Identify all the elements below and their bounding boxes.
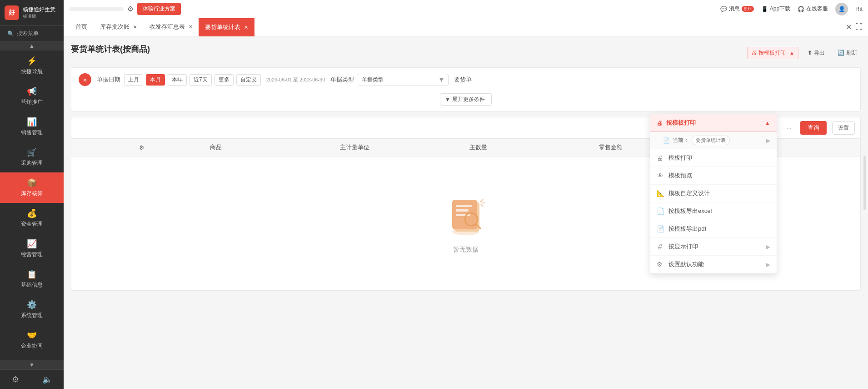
col-unit: 主计量单位 — [336, 143, 466, 152]
tab-order-stats[interactable]: 要货单统计表 × — [199, 18, 254, 36]
topbar-search[interactable] — [69, 7, 124, 11]
sidebar-item-finance[interactable]: 💰 资金管理 — [0, 203, 64, 233]
sales-icon: 📊 — [27, 117, 37, 127]
sidebar-item-sales[interactable]: 📊 销售管理 — [0, 111, 64, 142]
window-buttons: ✕ ⛶ — [846, 23, 863, 31]
date-btn-last-7days[interactable]: 近7天 — [190, 74, 212, 86]
refresh-icon: 🔄 — [838, 50, 844, 56]
empty-text: 暂无数据 — [453, 246, 479, 254]
window-close-btn[interactable]: ✕ — [846, 23, 852, 31]
export-btn[interactable]: ⬆ 导出 — [804, 47, 828, 59]
sidebar-bottom: ⚙ 🔈 — [0, 369, 64, 389]
date-range-text: 2023-06-01 至 2023-06-30 — [266, 76, 325, 83]
print-dropdown-icon: 🖨 — [657, 120, 663, 126]
settings-button[interactable]: 设置 — [832, 121, 855, 135]
sidebar-item-label: 采购管理 — [21, 159, 43, 167]
sidebar-item-marketing[interactable]: 📢 营销推广 — [0, 81, 64, 111]
app-download-label: App下载 — [770, 5, 790, 13]
date-filter-label: 单据日期 — [97, 76, 120, 84]
sidebar-item-quick-nav[interactable]: ⚡ 快捷导航 — [0, 51, 64, 81]
sidebar-settings-btn[interactable]: ⚙ — [12, 374, 19, 384]
dropdown-item-template-preview[interactable]: 👁 模板预览 — [650, 167, 777, 185]
online-service-item[interactable]: 🎧 在线客服 — [798, 5, 828, 13]
date-btn-custom[interactable]: 自定义 — [236, 74, 261, 86]
dropdown-item-export-excel[interactable]: 📄 按模板导出excel — [650, 202, 777, 220]
sidebar-sound-btn[interactable]: 🔈 — [42, 374, 52, 384]
more-options-btn[interactable]: ··· — [783, 123, 795, 133]
basics-icon: 📋 — [27, 269, 37, 279]
main-content: ⚙ 体验行业方案 💬 消息 99+ 📱 App下载 🎧 在线客服 👤 Rit — [64, 0, 868, 389]
sidebar-item-basics[interactable]: 📋 基础信息 — [0, 264, 64, 294]
tab-batch-account[interactable]: 库存批次账 × — [94, 18, 143, 36]
app-download-item[interactable]: 📱 App下载 — [761, 5, 790, 13]
dropdown-item-template-print[interactable]: 🖨 模板打印 — [650, 149, 777, 167]
svg-rect-4 — [456, 209, 469, 212]
date-btn-last-month[interactable]: 上月 — [124, 74, 143, 86]
user-name[interactable]: Rit — [855, 5, 863, 12]
message-badge: 99+ — [742, 6, 754, 12]
date-btn-this-year[interactable]: 本年 — [168, 74, 187, 86]
expand-more-btn[interactable]: ▼ 展开更多条件 — [440, 93, 492, 106]
dropdown-item-export-pdf[interactable]: 📄 按模板导出pdf — [650, 220, 777, 238]
tab-receipt-summary-close[interactable]: × — [189, 23, 192, 30]
query-button[interactable]: 查询 — [800, 121, 827, 135]
message-item[interactable]: 💬 消息 99+ — [720, 5, 754, 13]
arrow-right-icon: ▶ — [766, 243, 770, 250]
tab-batch-account-close[interactable]: × — [133, 23, 137, 30]
empty-icon — [443, 193, 489, 238]
dropdown-item-display-print[interactable]: 🖨 按显示打印 ▶ — [650, 238, 777, 256]
export-icon: ⬆ — [808, 50, 812, 56]
tab-receipt-summary[interactable]: 收发存汇总表 × — [143, 18, 199, 36]
settings-default-icon: ⚙ — [657, 261, 665, 268]
tab-receipt-summary-label: 收发存汇总表 — [150, 23, 185, 31]
svg-rect-3 — [456, 205, 472, 207]
sidebar-item-operation[interactable]: 📈 经营管理 — [0, 233, 64, 264]
dropdown-close-icon[interactable]: ▲ — [764, 120, 770, 126]
sidebar-scroll-up[interactable]: ▲ — [0, 41, 64, 51]
topbar-settings-icon[interactable]: ⚙ — [127, 5, 134, 13]
window-maximize-btn[interactable]: ⛶ — [855, 23, 863, 31]
sidebar-item-label: 销售管理 — [21, 129, 43, 136]
sidebar-scroll-down[interactable]: ▼ — [0, 360, 64, 369]
date-filter-section: 单据日期 上月 本月 本年 近7天 更多 自定义 2023-06-01 至 20… — [97, 74, 325, 86]
trial-button[interactable]: 体验行业方案 — [137, 3, 181, 15]
app-download-icon: 📱 — [761, 6, 768, 12]
dropdown-header[interactable]: 🖨 按模板打印 ▲ — [650, 114, 777, 132]
date-btn-more[interactable]: 更多 — [215, 74, 234, 86]
type-select[interactable]: 单据类型 ▼ — [358, 74, 449, 86]
dropdown-item-label: 按显示打印 — [668, 242, 698, 251]
dropdown-item-default-function[interactable]: ⚙ 设置默认功能 ▶ — [650, 256, 777, 273]
search-icon: 🔍 — [7, 30, 14, 37]
dropdown-item-label: 模板自定义设计 — [668, 189, 710, 197]
message-icon: 💬 — [720, 6, 727, 12]
sidebar-item-guide[interactable]: 🎯 新手引导 — [0, 355, 64, 360]
sidebar-item-inventory[interactable]: 📦 库存核算 — [0, 172, 64, 203]
date-shortcuts: 上月 本月 本年 近7天 更多 自定义 — [124, 74, 261, 86]
dropdown-item-template-design[interactable]: 📐 模板自定义设计 — [650, 185, 777, 202]
refresh-btn[interactable]: 🔄 刷新 — [834, 47, 861, 59]
expand-icon: ▼ — [445, 96, 450, 103]
print-arrow-icon: ▲ — [789, 50, 794, 56]
dropdown-current-template[interactable]: 📄 当前： 要货单统计表 ▶ — [650, 132, 777, 149]
sidebar-item-system[interactable]: ⚙️ 系统管理 — [0, 294, 64, 325]
page-scrollbar[interactable] — [863, 156, 866, 210]
expand-label: 展开更多条件 — [452, 96, 485, 103]
tab-home[interactable]: 首页 — [69, 18, 94, 36]
col-settings[interactable]: ⚙ — [77, 144, 206, 151]
svg-line-10 — [481, 204, 483, 207]
tabbar: 首页 库存批次账 × 收发存汇总表 × 要货单统计表 × ✕ ⛶ — [64, 18, 868, 36]
tab-order-stats-close[interactable]: × — [244, 24, 248, 31]
inventory-icon: 📦 — [27, 178, 37, 188]
filter-row: » 单据日期 上月 本月 本年 近7天 更多 自定义 2023-06-01 至 … — [79, 73, 853, 86]
user-avatar[interactable]: 👤 — [835, 3, 848, 15]
page-title: 要货单统计表(按商品) — [71, 44, 150, 55]
sidebar-item-collab[interactable]: 🤝 企业协同 — [0, 325, 64, 355]
quick-expand-btn[interactable]: » — [79, 73, 91, 86]
sidebar-search[interactable]: 🔍 搜索菜单 — [0, 26, 64, 41]
date-btn-this-month[interactable]: 本月 — [146, 74, 165, 86]
user-icon: 👤 — [838, 6, 845, 12]
tab-home-label: 首页 — [75, 23, 87, 31]
print-btn[interactable]: 🖨 按模板打印 ▲ — [747, 47, 798, 59]
sidebar-item-purchase[interactable]: 🛒 采购管理 — [0, 142, 64, 172]
operation-icon: 📈 — [27, 239, 37, 249]
